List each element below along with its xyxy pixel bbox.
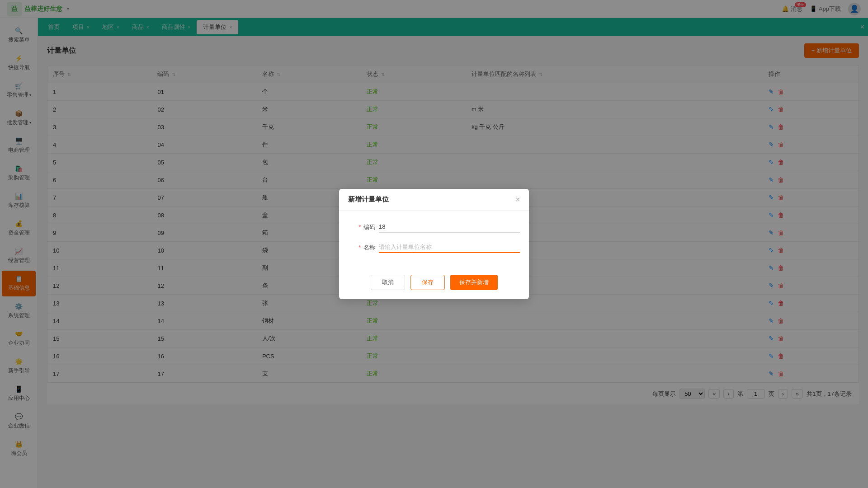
add-unit-dialog: 新增计量单位 × * 编码 * 名称 取消 保存 保存并新增 (339, 189, 529, 299)
modal-overlay: 新增计量单位 × * 编码 * 名称 取消 保存 保存并新增 (0, 0, 868, 488)
cancel-button[interactable]: 取消 (371, 275, 405, 290)
dialog-body: * 编码 * 名称 (339, 211, 529, 269)
save-button[interactable]: 保存 (410, 275, 445, 290)
form-row-name: * 名称 (348, 242, 520, 253)
name-label: * 名称 (348, 244, 375, 252)
code-label: * 编码 (348, 223, 375, 231)
dialog-close-button[interactable]: × (516, 196, 520, 203)
form-row-code: * 编码 (348, 221, 520, 233)
dialog-title: 新增计量单位 (348, 195, 389, 204)
code-input[interactable] (379, 221, 520, 233)
dialog-header: 新增计量单位 × (339, 189, 529, 211)
required-star-name: * (359, 244, 361, 251)
required-star-code: * (359, 224, 361, 230)
dialog-footer: 取消 保存 保存并新增 (339, 269, 529, 299)
save-and-new-button[interactable]: 保存并新增 (450, 275, 498, 290)
name-input[interactable] (379, 242, 520, 253)
